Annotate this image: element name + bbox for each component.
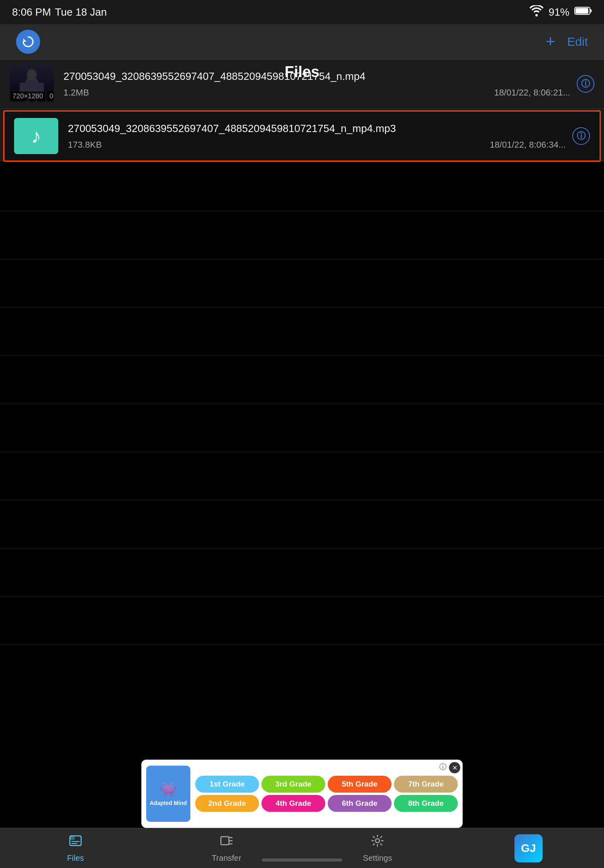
file-item-video[interactable]: 720×1280 0:11 270053049_3208639552697407…: [0, 59, 604, 109]
divider-2: [0, 211, 604, 260]
wifi-icon: [529, 5, 544, 19]
grade-6th-button[interactable]: 6th Grade: [328, 795, 392, 812]
file-list: 720×1280 0:11 270053049_3208639552697407…: [0, 59, 604, 162]
tab-files[interactable]: Files: [0, 833, 151, 863]
grade-3rd-button[interactable]: 3rd Grade: [261, 776, 325, 793]
files-tab-label: Files: [67, 854, 84, 863]
file-name-audio: 270053049_3208639552697407_4885209459810…: [68, 122, 566, 136]
nav-bar: Files + Edit: [0, 24, 604, 59]
status-time: 8:06 PM: [12, 6, 51, 18]
duration-badge: 0:11: [47, 91, 54, 101]
grade-7th-button[interactable]: 7th Grade: [394, 776, 458, 793]
divider-9: [0, 549, 604, 597]
ad-close-button[interactable]: ✕: [449, 762, 460, 773]
file-size-audio: 173.8KB: [68, 140, 102, 150]
battery-level: 91%: [549, 6, 569, 18]
divider-5: [0, 356, 604, 404]
nav-right-buttons: + Edit: [546, 33, 588, 51]
video-overlay-info: 720×1280 0:11: [10, 91, 54, 101]
divider-4: [0, 308, 604, 356]
divider-3: [0, 260, 604, 308]
svg-rect-1: [590, 9, 592, 12]
svg-marker-3: [23, 39, 27, 42]
file-size-video: 1.2MB: [63, 87, 89, 98]
tab-bar: Files Transfer Settings GJ: [0, 828, 604, 868]
divider-6: [0, 404, 604, 452]
files-tab-icon: [68, 833, 83, 851]
transfer-tab-icon: [219, 833, 234, 851]
music-note-icon: ♪: [31, 124, 41, 148]
grade-5th-button[interactable]: 5th Grade: [328, 776, 392, 793]
battery-icon: [574, 6, 592, 18]
divider-8: [0, 500, 604, 549]
file-meta-audio: 173.8KB 18/01/22, 8:06:34...: [68, 140, 566, 150]
divider-1: [0, 163, 604, 211]
audio-thumbnail: ♪: [14, 118, 58, 154]
ad-mascot-icon: 👾: [159, 781, 178, 798]
status-bar: 8:06 PM Tue 18 Jan 91%: [0, 0, 604, 24]
add-button[interactable]: +: [546, 33, 555, 51]
ad-info-icon[interactable]: ⓘ: [439, 762, 447, 772]
video-thumbnail: 720×1280 0:11: [10, 66, 54, 102]
transfer-tab-label: Transfer: [212, 854, 241, 863]
empty-content-area: [0, 163, 604, 725]
svg-rect-14: [221, 837, 229, 845]
divider-10: [0, 597, 604, 645]
ad-logo: 👾 Adapted Mind: [146, 766, 190, 822]
settings-tab-icon: [370, 833, 385, 851]
file-info-button-audio[interactable]: ⓘ: [572, 127, 590, 145]
file-meta-video: 1.2MB 18/01/22, 8:06:21...: [63, 87, 570, 98]
status-right: 91%: [529, 5, 592, 19]
file-info-video: 270053049_3208639552697407_4885209459810…: [63, 70, 570, 98]
file-info-audio: 270053049_3208639552697407_4885209459810…: [68, 122, 566, 150]
status-date: Tue 18 Jan: [55, 6, 107, 18]
file-date-audio: 18/01/22, 8:06:34...: [490, 140, 566, 150]
nav-refresh-button[interactable]: [16, 30, 40, 54]
grade-4th-button[interactable]: 4th Grade: [261, 795, 325, 812]
ad-brand-name: Adapted Mind: [150, 800, 187, 807]
ad-grades-grid: 1st Grade 3rd Grade 5th Grade 7th Grade …: [195, 776, 458, 812]
edit-button[interactable]: Edit: [567, 35, 588, 49]
home-indicator: [262, 858, 342, 862]
resolution-badge: 720×1280: [10, 91, 45, 101]
file-date-video: 18/01/22, 8:06:21...: [494, 87, 570, 98]
grade-2nd-button[interactable]: 2nd Grade: [195, 795, 259, 812]
svg-rect-11: [70, 836, 75, 840]
file-name-video: 270053049_3208639552697407_4885209459810…: [63, 70, 570, 83]
ad-banner: ✕ ⓘ 👾 Adapted Mind 1st Grade 3rd Grade 5…: [141, 760, 463, 828]
file-item-audio[interactable]: ♪ 270053049_3208639552697407_48852094598…: [3, 110, 601, 162]
tab-brand-logo[interactable]: GJ: [453, 834, 604, 862]
grade-1st-button[interactable]: 1st Grade: [195, 776, 259, 793]
svg-point-5: [27, 69, 37, 80]
divider-7: [0, 452, 604, 500]
file-info-button-video[interactable]: ⓘ: [577, 75, 594, 93]
svg-point-18: [375, 839, 380, 843]
settings-tab-label: Settings: [363, 854, 392, 863]
brand-logo: GJ: [514, 834, 543, 862]
svg-rect-2: [575, 8, 588, 14]
status-left: 8:06 PM Tue 18 Jan: [12, 6, 107, 18]
grade-8th-button[interactable]: 8th Grade: [394, 795, 458, 812]
